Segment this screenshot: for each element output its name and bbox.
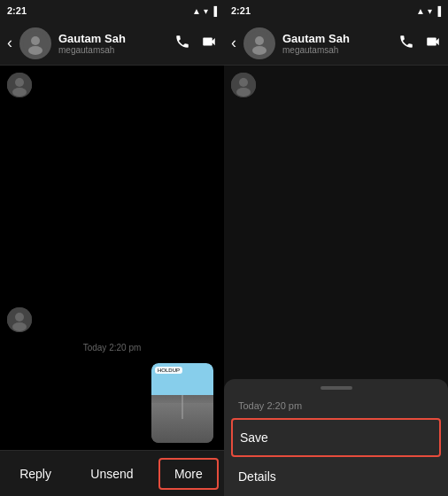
right-video-icon[interactable] bbox=[425, 34, 441, 53]
svg-point-13 bbox=[239, 78, 248, 87]
right-back-button[interactable]: ‹ bbox=[231, 34, 236, 52]
bottom-sheet: Today 2:20 pm Save Details bbox=[224, 379, 448, 496]
right-header: ‹ Gautam Sah megautamsah bbox=[224, 21, 448, 66]
left-status-icons: ▲ ▾ ▐ bbox=[192, 6, 217, 16]
wifi-icon-r: ▾ bbox=[428, 6, 432, 16]
save-button[interactable]: Save bbox=[231, 418, 441, 457]
wifi-icon: ▾ bbox=[204, 6, 208, 16]
svg-point-8 bbox=[12, 322, 27, 331]
right-contact-name: Gautam Sah bbox=[282, 32, 391, 45]
header-actions bbox=[174, 34, 217, 53]
media-message-container: HOLDUP bbox=[7, 363, 213, 443]
right-status-icons: ▲ ▾ ▐ bbox=[416, 6, 441, 16]
battery-icon-r: ▐ bbox=[435, 6, 441, 16]
battery-icon: ▐ bbox=[211, 6, 217, 16]
left-status-bar: 2:21 ▲ ▾ ▐ bbox=[0, 0, 224, 21]
sheet-handle bbox=[321, 386, 352, 390]
unsend-button[interactable]: Unsend bbox=[76, 460, 147, 488]
left-time: 2:21 bbox=[7, 5, 27, 16]
phone-icon[interactable] bbox=[174, 34, 190, 53]
right-phone-icon[interactable] bbox=[398, 34, 414, 53]
signal-icon-r: ▲ bbox=[416, 6, 425, 16]
sheet-timestamp: Today 2:20 pm bbox=[224, 400, 448, 418]
contact-name: Gautam Sah bbox=[58, 32, 167, 45]
message-row-2 bbox=[7, 307, 217, 332]
right-contact-handle: megautamsah bbox=[282, 45, 391, 55]
contact-handle: megautamsah bbox=[58, 45, 167, 55]
back-button[interactable]: ‹ bbox=[7, 34, 12, 52]
right-message-row-1 bbox=[231, 73, 441, 97]
left-bottom-bar: Reply Unsend More bbox=[0, 450, 224, 496]
right-contact-avatar bbox=[243, 27, 275, 59]
svg-point-11 bbox=[252, 46, 266, 55]
video-icon[interactable] bbox=[201, 34, 217, 53]
left-timestamp: Today 2:20 pm bbox=[7, 343, 217, 353]
svg-point-1 bbox=[31, 36, 40, 45]
chat-spacer bbox=[7, 105, 217, 300]
sender-avatar-1 bbox=[7, 73, 32, 97]
right-contact-info: Gautam Sah megautamsah bbox=[282, 32, 391, 55]
svg-point-5 bbox=[12, 88, 27, 97]
details-button[interactable]: Details bbox=[224, 457, 448, 496]
media-bubble[interactable]: HOLDUP bbox=[151, 363, 213, 443]
right-chat-spacer bbox=[231, 105, 441, 377]
left-chat-area: Today 2:20 pm HOLDUP bbox=[0, 66, 224, 450]
right-header-actions bbox=[398, 34, 441, 53]
road-line bbox=[182, 395, 183, 419]
contact-info: Gautam Sah megautamsah bbox=[58, 32, 167, 55]
right-screen: 2:21 ▲ ▾ ▐ ‹ Gautam Sah megautamsah bbox=[224, 0, 448, 496]
right-status-bar: 2:21 ▲ ▾ ▐ bbox=[224, 0, 448, 21]
reply-button[interactable]: Reply bbox=[5, 460, 66, 488]
right-avatar-image bbox=[247, 31, 272, 56]
right-time: 2:21 bbox=[231, 5, 251, 16]
left-header: ‹ Gautam Sah megautamsah bbox=[0, 21, 224, 66]
left-screen: 2:21 ▲ ▾ ▐ ‹ Gautam Sah megautamsah bbox=[0, 0, 224, 496]
more-button[interactable]: More bbox=[158, 458, 219, 490]
svg-point-7 bbox=[15, 313, 24, 322]
svg-point-14 bbox=[236, 88, 251, 97]
message-row-1 bbox=[7, 73, 217, 97]
sender-avatar-2 bbox=[7, 307, 32, 332]
contact-avatar bbox=[19, 27, 51, 59]
avatar-image bbox=[23, 31, 48, 56]
right-sender-avatar-1 bbox=[231, 73, 256, 97]
svg-point-4 bbox=[15, 78, 24, 87]
svg-point-2 bbox=[28, 46, 42, 55]
signal-icon: ▲ bbox=[192, 6, 201, 16]
media-label: HOLDUP bbox=[155, 367, 182, 374]
svg-point-10 bbox=[255, 36, 264, 45]
media-image: HOLDUP bbox=[151, 363, 213, 443]
